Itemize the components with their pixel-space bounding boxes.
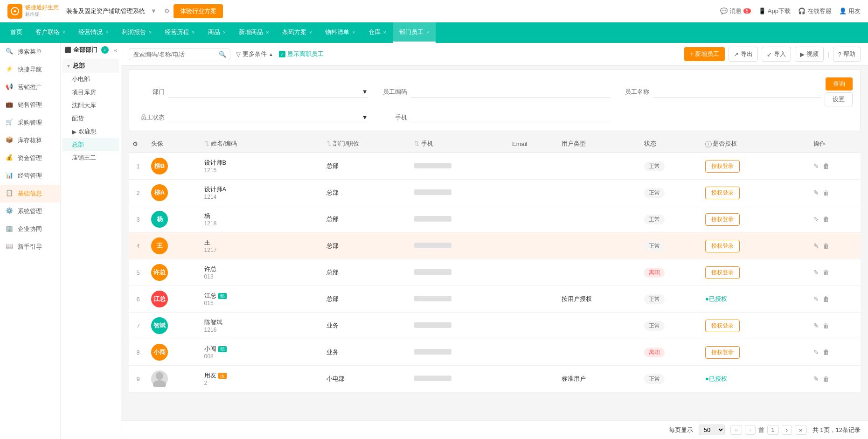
tab-close-icon[interactable]: × [352, 29, 355, 35]
filter-empstatus-select[interactable]: ▼ [168, 112, 368, 123]
prev-page-btn[interactable]: ‹ [745, 425, 755, 435]
col-settings[interactable]: ⚙ [129, 135, 147, 153]
filter-empname-input[interactable] [653, 86, 821, 98]
tab-close-icon[interactable]: × [223, 29, 226, 35]
nav-tab-客户联络[interactable]: 客户联络× [29, 22, 72, 43]
left-nav-search[interactable]: 🔍搜索菜单 [0, 43, 60, 61]
import-button[interactable]: ↙ 导入 [762, 47, 791, 62]
dept-zongbu-header[interactable]: ▼ 总部 [62, 59, 119, 73]
delete-btn-6[interactable]: 🗑 [823, 322, 829, 329]
app-download-action[interactable]: 📱 App下载 [758, 7, 791, 15]
current-page[interactable]: 1 [767, 425, 779, 435]
dept-zongbu2[interactable]: 总部 [62, 138, 119, 151]
auth-btn-6[interactable]: 授权登录 [705, 320, 740, 332]
nav-tab-物料清单[interactable]: 物料清单× [319, 22, 361, 43]
next-page-btn[interactable]: › [782, 425, 792, 435]
edit-btn-4[interactable]: ✎ [813, 269, 819, 276]
tab-close-icon[interactable]: × [426, 29, 429, 35]
add-employee-button[interactable]: + 新增员工 [684, 47, 725, 61]
dept-peihuo[interactable]: 配货 [62, 112, 119, 125]
nav-tab-部门员工[interactable]: 部门员工× [393, 22, 436, 43]
user-action[interactable]: 👤 用友 [839, 7, 861, 15]
delete-btn-4[interactable]: 🗑 [823, 269, 829, 276]
trial-button[interactable]: 体验行业方案 [174, 4, 223, 18]
left-nav-finance[interactable]: 💰资金管理 [0, 149, 60, 167]
col-dept[interactable]: ⇅ 部门/职位 [323, 135, 410, 153]
delete-btn-3[interactable]: 🗑 [823, 242, 829, 250]
delete-btn-8[interactable]: 🗑 [823, 375, 829, 383]
filter-empcode-input[interactable] [411, 86, 611, 98]
edit-btn-3[interactable]: ✎ [813, 242, 819, 250]
delete-btn-7[interactable]: 🗑 [823, 348, 829, 356]
nav-tab-首页[interactable]: 首页 [4, 22, 29, 43]
set-button[interactable]: 设置 [825, 92, 853, 106]
left-nav-basic[interactable]: 📋基础信息 [0, 185, 60, 202]
left-nav-marketing[interactable]: 📢营销推广 [0, 78, 60, 96]
query-button[interactable]: 查询 [826, 77, 853, 91]
tab-close-icon[interactable]: × [149, 29, 152, 35]
auth-btn-3[interactable]: 授权登录 [705, 240, 740, 252]
search-input[interactable] [133, 51, 217, 58]
left-nav-purchase[interactable]: 🛒采购管理 [0, 114, 60, 132]
edit-btn-2[interactable]: ✎ [813, 216, 819, 223]
delete-btn-0[interactable]: 🗑 [823, 162, 829, 170]
nav-tab-利润报告[interactable]: 利润报告× [115, 22, 158, 43]
last-page-btn[interactable]: » [795, 425, 806, 435]
dept-xiaodian[interactable]: 小电部 [62, 73, 119, 86]
left-nav-sales[interactable]: 💼销售管理 [0, 96, 60, 114]
nav-tab-新增商品[interactable]: 新增商品× [232, 22, 275, 43]
tab-close-icon[interactable]: × [309, 29, 312, 35]
tab-close-icon[interactable]: × [105, 29, 108, 35]
left-nav-inventory[interactable]: 📦库存核算 [0, 132, 60, 149]
nav-tab-商品[interactable]: 商品× [201, 22, 232, 43]
filter-dept-select[interactable]: ▼ [168, 86, 368, 98]
tab-close-icon[interactable]: × [192, 29, 194, 35]
page-size-select[interactable]: 50 100 200 [699, 425, 725, 435]
dept-collapse-btn[interactable]: « [114, 47, 117, 54]
nav-tab-经营情况[interactable]: 经营情况× [72, 22, 115, 43]
left-nav-operations[interactable]: 📊经营管理 [0, 167, 60, 185]
delete-btn-2[interactable]: 🗑 [823, 216, 829, 223]
left-nav-guide[interactable]: 📖新手引导 [0, 238, 60, 256]
nav-tab-仓库[interactable]: 仓库× [362, 22, 393, 43]
filter-btn[interactable]: ▽ 更多条件 ▲ [236, 50, 273, 58]
auth-btn-1[interactable]: 授权登录 [705, 187, 740, 199]
nav-tab-经营历程[interactable]: 经营历程× [158, 22, 201, 43]
left-nav-shortcut[interactable]: ⚡快捷导航 [0, 61, 60, 78]
delete-btn-1[interactable]: 🗑 [823, 189, 829, 196]
message-action[interactable]: 💬 消息 5 [720, 7, 751, 15]
auth-btn-7[interactable]: 授权登录 [705, 346, 740, 359]
edit-btn-7[interactable]: ✎ [813, 348, 819, 356]
view-button[interactable]: ▶ 视频 [795, 47, 824, 62]
col-phone[interactable]: ⇅ 手机 [410, 135, 508, 153]
dept-add-btn[interactable]: + [101, 46, 109, 54]
dept-shenyang[interactable]: 沈阳大库 [62, 99, 119, 112]
delete-btn-5[interactable]: 🗑 [823, 295, 829, 303]
nav-tab-条码方案[interactable]: 条码方案× [276, 22, 319, 43]
dept-tree-header[interactable]: ⬛ 全部部门 + « [61, 43, 121, 57]
online-service-action[interactable]: 🎧 在线客服 [798, 7, 832, 15]
edit-btn-5[interactable]: ✎ [813, 295, 819, 303]
filter-phone-input[interactable] [411, 112, 611, 123]
first-page-btn[interactable]: « [730, 425, 742, 435]
export-button[interactable]: ↗ 导出 [729, 47, 758, 62]
tab-close-icon[interactable]: × [383, 29, 386, 35]
dept-xiangmu[interactable]: 项目库房 [62, 86, 119, 99]
help-button[interactable]: ? 帮助 [833, 47, 861, 62]
left-nav-corp[interactable]: 🏢企业协同 [0, 220, 60, 238]
left-nav-system[interactable]: ⚙️系统管理 [0, 202, 60, 220]
edit-btn-0[interactable]: ✎ [813, 162, 819, 170]
settings-icon[interactable]: ⚙ [164, 7, 170, 14]
edit-btn-6[interactable]: ✎ [813, 322, 819, 329]
edit-btn-8[interactable]: ✎ [813, 375, 819, 383]
show-resigned-toggle[interactable]: ✓ 显示离职员工 [279, 50, 324, 58]
col-name[interactable]: ⇅ 姓名/编码 [201, 135, 323, 153]
dept-shuangmeng[interactable]: ▶双鹿想 [62, 125, 119, 138]
tab-close-icon[interactable]: × [266, 29, 269, 35]
edit-btn-1[interactable]: ✎ [813, 189, 819, 196]
dept-miaopu[interactable]: 庙铺王二 [62, 151, 119, 164]
auth-btn-2[interactable]: 授权登录 [705, 213, 740, 226]
auth-btn-4[interactable]: 授权登录 [705, 266, 740, 279]
tab-close-icon[interactable]: × [62, 29, 65, 35]
auth-btn-0[interactable]: 授权登录 [705, 160, 740, 173]
